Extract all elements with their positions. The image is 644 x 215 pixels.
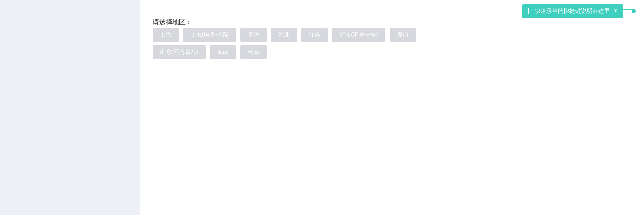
region-button-shanghai[interactable]: 上海	[153, 28, 179, 42]
region-button-shandong[interactable]: 山东(不含青岛)	[153, 45, 206, 59]
region-button-hebei[interactable]: 河北	[271, 28, 297, 42]
tooltip-connector-line	[623, 9, 632, 10]
tooltip-close-button[interactable]: ×	[614, 8, 618, 14]
bar-left-indicator	[528, 8, 529, 14]
page-label: 请选择地区：	[153, 18, 192, 27]
main-content: 请选择地区： 上海上海(电子税局)天津河北江苏浙江(不含宁波)厦门 山东(不含青…	[140, 0, 644, 215]
tooltip-dot-indicator	[632, 9, 636, 13]
sidebar	[0, 0, 140, 215]
tooltip-bar: 快速录单的快捷键说明在这里 ×	[522, 4, 623, 18]
region-button-tianjin[interactable]: 天津	[240, 28, 267, 42]
region-button-shanghai-etax[interactable]: 上海(电子税局)	[183, 28, 236, 42]
region-button-xiamen[interactable]: 厦门	[390, 28, 416, 42]
region-buttons-row2: 山东(不含青岛)海南云南	[153, 45, 267, 59]
region-button-zhejiang[interactable]: 浙江(不含宁波)	[332, 28, 385, 42]
region-buttons-row1: 上海上海(电子税局)天津河北江苏浙江(不含宁波)厦门	[153, 28, 416, 42]
region-button-hainan[interactable]: 海南	[210, 45, 236, 59]
region-button-yunnan[interactable]: 云南	[240, 45, 267, 59]
region-button-jiangsu[interactable]: 江苏	[301, 28, 328, 42]
tooltip-text: 快速录单的快捷键说明在这里	[535, 7, 610, 15]
